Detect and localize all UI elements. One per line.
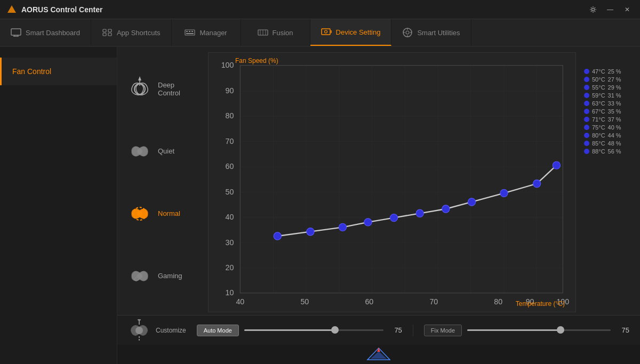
quiet-icon [127,139,153,164]
svg-text:90: 90 [226,86,234,95]
grid-icon [102,28,113,37]
sidebar-item-fan-control[interactable]: Fan Control [0,58,117,85]
tab-fusion-label: Fusion [273,29,293,37]
gaming-label: Gaming [158,272,182,280]
legend-item-2: 55°C 29 % [584,84,632,91]
minimize-button[interactable]: — [604,3,617,16]
close-button[interactable]: ✕ [621,3,634,16]
legend-dot-3 [584,93,589,98]
auto-mode-section: Auto Mode 75 [197,325,402,336]
legend-dot-4 [584,101,589,106]
sidebar-fan-control-label: Fan Control [12,67,51,76]
fix-mode-slider[interactable] [467,329,611,331]
tab-smart-dashboard[interactable]: Smart Dashboard [0,19,91,46]
svg-point-55 [307,228,314,236]
svg-text:20: 20 [226,263,234,272]
svg-point-54 [274,232,281,240]
svg-point-23 [406,31,409,34]
svg-text:50: 50 [226,188,234,196]
svg-point-20 [324,30,327,33]
normal-label: Normal [158,209,180,217]
auto-mode-value: 75 [389,326,402,334]
fix-mode-value: 75 [616,326,629,334]
tab-smart-utilities[interactable]: Smart Utilities [391,19,471,46]
fan-mode-quiet[interactable]: Quiet [123,132,203,171]
fan-mode-deep-control[interactable]: DeepControl [123,70,203,108]
legend-speed-6: 37 % [608,116,621,123]
svg-marker-70 [371,351,387,359]
settings-button[interactable] [587,3,599,16]
svg-text:80: 80 [226,111,234,120]
legend-speed-4: 33 % [608,100,621,107]
svg-rect-12 [189,31,190,32]
svg-marker-0 [7,5,16,13]
svg-text:70: 70 [429,297,438,306]
chart-x-label: Temperature (°C) [516,300,565,308]
sidebar: Fan Control [0,47,117,364]
legend-speed-10: 56 % [608,148,621,155]
tab-device-setting-label: Device Setting [336,28,381,36]
legend-speed-7: 40 % [608,124,621,131]
legend-speed-2: 29 % [608,84,621,91]
keyboard-icon [185,28,195,37]
svg-text:50: 50 [300,297,309,306]
fan-modes-panel: DeepControl Quiet [123,52,203,312]
legend-temp-0: 47°C [592,68,605,75]
legend-item-4: 63°C 33 % [584,100,632,107]
tab-app-shortcuts[interactable]: App Shortcuts [91,19,172,46]
quiet-label: Quiet [158,147,174,155]
bottom-logo-strip [117,345,640,364]
svg-text:60: 60 [226,162,234,171]
legend-item-3: 59°C 31 % [584,92,632,99]
titlebar: AORUS Control Center — ✕ [0,0,640,19]
legend-item-1: 50°C 27 % [584,76,632,83]
legend-temp-4: 63°C [592,100,605,107]
monitor-icon [11,28,21,37]
svg-rect-11 [186,31,188,32]
deep-control-icon [127,76,153,102]
svg-rect-2 [11,29,21,35]
auto-mode-button[interactable]: Auto Mode [197,325,239,336]
app-logo [6,4,17,15]
legend-speed-9: 48 % [608,140,621,147]
svg-text:10: 10 [226,289,234,297]
svg-text:40: 40 [226,213,234,221]
svg-text:40: 40 [236,297,244,306]
deep-control-label: DeepControl [158,81,180,97]
legend-temp-10: 88°C [592,148,605,155]
svg-point-63 [533,180,541,187]
svg-rect-6 [103,29,106,32]
fix-mode-section: Fix Mode 75 [413,325,629,336]
customize-icon [128,319,150,342]
fan-area: DeepControl Quiet [117,47,640,315]
svg-text:30: 30 [226,238,234,247]
fan-mode-normal[interactable]: Normal [123,195,203,233]
tab-manager[interactable]: Manager [172,19,241,46]
svg-text:60: 60 [365,297,373,306]
content-area: DeepControl Quiet [117,47,640,364]
legend-item-7: 75°C 40 % [584,124,632,131]
legend-item-6: 71°C 37 % [584,116,632,123]
legend-temp-3: 59°C [592,92,605,99]
legend-temp-1: 50°C [592,76,605,83]
fix-mode-button[interactable]: Fix Mode [424,325,462,336]
tab-smart-utilities-label: Smart Utilities [417,29,460,37]
fusion-icon [258,28,268,37]
legend-item-9: 85°C 48 % [584,140,632,147]
tab-device-setting[interactable]: Device Setting [310,19,392,46]
auto-mode-slider[interactable] [244,329,383,331]
legend-item-10: 88°C 56 % [584,148,632,155]
legend-dot-8 [584,133,589,138]
customize-label: Customize [156,327,186,334]
tabbar: Smart Dashboard App Shortcuts Manager Fu… [0,19,640,47]
svg-point-64 [553,161,560,169]
svg-point-58 [390,214,397,221]
svg-marker-30 [138,76,141,80]
legend-item-5: 67°C 35 % [584,108,632,115]
legend-temp-8: 80°C [592,132,605,139]
svg-point-59 [416,209,423,217]
svg-rect-13 [191,31,193,32]
fan-mode-gaming[interactable]: Gaming [123,257,203,295]
legend-dot-1 [584,77,589,82]
tab-fusion[interactable]: Fusion [241,19,310,46]
